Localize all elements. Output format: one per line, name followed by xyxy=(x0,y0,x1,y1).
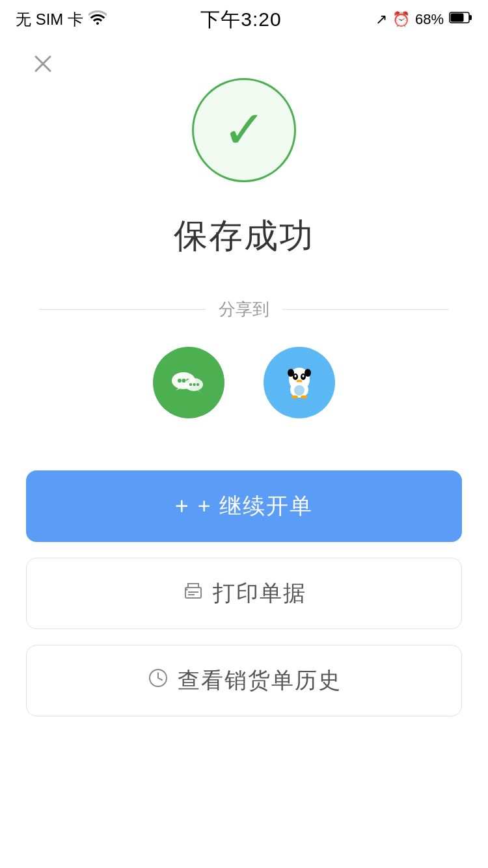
no-sim-label: 无 SIM 卡 xyxy=(16,9,83,30)
print-icon xyxy=(182,579,205,608)
buttons-area: + + 继续开单 打印单据 xyxy=(0,470,488,716)
print-label: 打印单据 xyxy=(213,578,306,608)
history-button[interactable]: 查看销货单历史 xyxy=(26,645,462,716)
battery-icon xyxy=(449,11,472,28)
location-icon: ↗ xyxy=(375,11,387,28)
main-content: ✓ 保存成功 分享到 xyxy=(0,39,488,868)
status-bar: 无 SIM 卡 下午3:20 ↗ ⏰ 68% xyxy=(0,0,488,39)
qq-share-button[interactable] xyxy=(264,347,335,418)
svg-point-20 xyxy=(294,385,305,396)
wechat-share-button[interactable] xyxy=(153,347,224,418)
close-button[interactable] xyxy=(26,47,60,81)
svg-point-7 xyxy=(182,379,186,383)
svg-point-21 xyxy=(291,396,298,399)
history-icon xyxy=(146,666,170,695)
svg-point-10 xyxy=(189,383,192,386)
share-label: 分享到 xyxy=(206,298,282,321)
svg-point-16 xyxy=(295,375,297,377)
svg-point-6 xyxy=(178,379,182,383)
share-row xyxy=(153,347,335,418)
svg-rect-27 xyxy=(188,594,195,595)
svg-point-24 xyxy=(305,369,311,377)
status-right: ↗ ⏰ 68% xyxy=(375,11,472,28)
alarm-icon: ⏰ xyxy=(392,11,410,28)
success-circle: ✓ xyxy=(192,78,296,182)
time-display: 下午3:20 xyxy=(200,7,281,33)
battery-label: 68% xyxy=(415,11,444,28)
history-label: 查看销货单历史 xyxy=(178,666,342,696)
svg-point-22 xyxy=(301,396,307,399)
print-button[interactable]: 打印单据 xyxy=(26,558,462,629)
checkmark-icon: ✓ xyxy=(223,104,266,156)
divider-line-right xyxy=(282,309,449,310)
svg-rect-2 xyxy=(450,14,463,22)
svg-point-28 xyxy=(186,589,188,591)
svg-point-23 xyxy=(288,369,294,377)
svg-rect-26 xyxy=(188,591,198,593)
svg-rect-1 xyxy=(469,15,472,20)
continue-button[interactable]: + + 继续开单 xyxy=(26,470,462,542)
divider-line-left xyxy=(39,309,206,310)
continue-plus-icon: + xyxy=(175,493,190,520)
status-left: 无 SIM 卡 xyxy=(16,9,107,30)
svg-point-12 xyxy=(197,383,199,386)
svg-point-17 xyxy=(303,375,305,377)
success-title: 保存成功 xyxy=(174,213,314,259)
wifi-icon xyxy=(88,10,107,29)
svg-point-11 xyxy=(193,383,195,386)
share-divider: 分享到 xyxy=(0,298,488,321)
continue-label: + 继续开单 xyxy=(198,491,313,521)
